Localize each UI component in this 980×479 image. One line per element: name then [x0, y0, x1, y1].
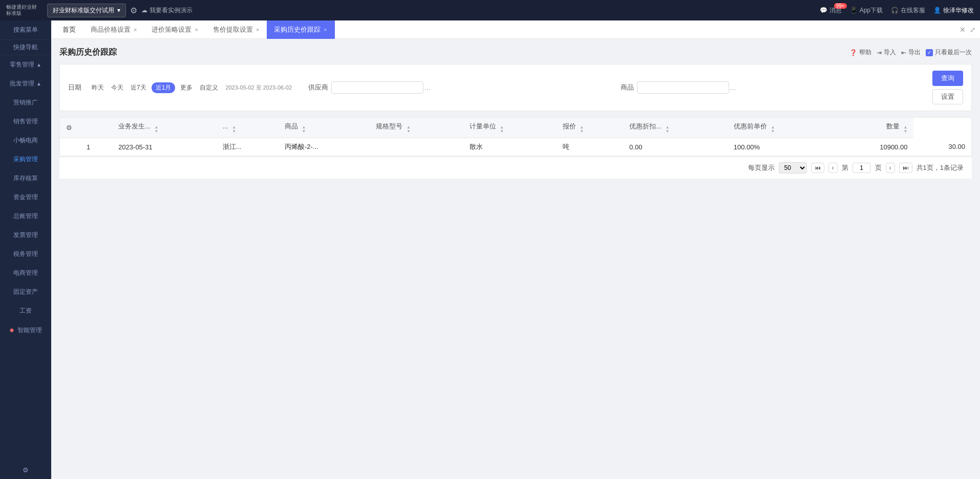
sidebar: 搜索菜单 快捷导航 零售管理 ▲ 批发管理 ▲ 营销推广 销售管理 小畅电商 采…: [0, 20, 51, 479]
next-page-button[interactable]: ›: [886, 163, 895, 173]
sidebar-item-retail[interactable]: 零售管理 ▲: [0, 55, 51, 74]
page-number-input[interactable]: [853, 163, 871, 173]
last-page-button[interactable]: ⏭: [899, 163, 912, 173]
sidebar-item-salary[interactable]: 工资: [0, 301, 51, 320]
table-header-row: ⚙ 业务发生... ▲▼ ... ▲▼: [60, 118, 971, 138]
prev-page-button[interactable]: ‹: [828, 163, 838, 173]
col-goods[interactable]: 商品 ▲▼: [279, 118, 370, 138]
sidebar-item-inventory[interactable]: 库存核算: [0, 169, 51, 188]
sidebar-item-intelligent[interactable]: ● 智能管理: [0, 320, 51, 340]
app-logo: 畅捷通好业财 标准版: [6, 4, 37, 16]
version-selector[interactable]: 好业财标准版交付试用 ▾: [47, 4, 126, 17]
tab-close-all-icon[interactable]: ✕: [960, 26, 966, 34]
chevron-down-icon: ▾: [117, 7, 120, 14]
sidebar-item-ecommerce[interactable]: 电商管理: [0, 264, 51, 282]
supplier-label: 供应商: [308, 83, 328, 92]
sidebar-item-ledger[interactable]: 总账管理: [0, 207, 51, 226]
sort-icon: ▲▼: [302, 125, 306, 134]
tab-home[interactable]: 首页: [55, 20, 83, 39]
date-option-7days[interactable]: 近7天: [129, 82, 148, 93]
filter-area: 日期 昨天 今天 近7天 近1月 更多 自定义 2023-05-02 至 202…: [59, 64, 972, 111]
sidebar-item-label: 发票管理: [13, 231, 38, 239]
cell-discount: 100.00%: [728, 138, 834, 156]
cell-unit: 散水: [463, 138, 557, 156]
per-page-select[interactable]: 50 100 200: [779, 162, 807, 173]
sidebar-item-ecommerce-small[interactable]: 小畅电商: [0, 131, 51, 150]
only-last-checkbox-group[interactable]: ✓ 只看最后一次: [926, 48, 972, 57]
sidebar-item-fixed-assets[interactable]: 固定资产: [0, 282, 51, 301]
first-page-button[interactable]: ⏮: [811, 163, 824, 173]
goods-input[interactable]: [637, 81, 729, 94]
goods-filter-group: 商品 ...: [621, 81, 924, 94]
date-option-custom[interactable]: 自定义: [198, 82, 220, 93]
sidebar-item-label: 总账管理: [13, 212, 38, 221]
sidebar-item-finance[interactable]: 资金管理: [0, 188, 51, 207]
col-price[interactable]: 报价 ▲▼: [557, 118, 623, 138]
tab-price-settings[interactable]: 商品价格设置 ×: [83, 20, 144, 39]
col-spec[interactable]: 规格型号 ▲▼: [370, 118, 463, 138]
sidebar-search[interactable]: 搜索菜单: [0, 20, 51, 40]
tab-close-icon[interactable]: ×: [324, 27, 327, 33]
sidebar-item-wholesale[interactable]: 批发管理 ▲: [0, 74, 51, 93]
cell-quote: 0.00: [623, 138, 728, 156]
demo-button[interactable]: ☁ 我要看实例演示: [141, 6, 193, 15]
import-button[interactable]: ⇥ 导入: [877, 48, 896, 57]
query-button[interactable]: 查询: [932, 71, 963, 86]
sidebar-item-label: 电商管理: [13, 269, 38, 277]
col-no: [80, 118, 112, 138]
tab-close-icon[interactable]: ×: [256, 27, 259, 33]
sidebar-item-sales[interactable]: 销售管理: [0, 112, 51, 131]
tab-purchase-history[interactable]: 采购历史价跟踪 ×: [267, 20, 334, 39]
sidebar-item-label: 税务管理: [13, 250, 38, 258]
date-filter-label: 日期: [68, 83, 81, 92]
date-option-1month[interactable]: 近1月: [152, 82, 176, 93]
date-option-today[interactable]: 今天: [109, 82, 125, 93]
sidebar-item-label: 库存核算: [13, 174, 38, 183]
tab-close-icon[interactable]: ×: [195, 27, 198, 33]
table-container: ⚙ 业务发生... ▲▼ ... ▲▼: [59, 117, 972, 157]
sidebar-item-invoice[interactable]: 发票管理: [0, 226, 51, 245]
app-download-button[interactable]: 📱 App下载: [850, 6, 883, 15]
sidebar-item-purchase[interactable]: 采购管理: [0, 150, 51, 169]
tab-label: 采购历史价跟踪: [274, 25, 321, 34]
help-button[interactable]: ❓ 帮助: [849, 48, 871, 57]
settings-button[interactable]: 设置: [932, 89, 963, 104]
main-layout: 搜索菜单 快捷导航 零售管理 ▲ 批发管理 ▲ 营销推广 销售管理 小畅电商 采…: [0, 20, 980, 479]
pagination: 每页显示 50 100 200 ⏮ ‹ 第 页 › ⏭ 共1页，1条记录: [59, 157, 972, 179]
date-option-yesterday[interactable]: 昨天: [90, 82, 106, 93]
tab-expand-icon[interactable]: ⤢: [970, 26, 976, 34]
sort-icon: ▲▼: [232, 125, 236, 134]
sidebar-quick-nav[interactable]: 快捷导航: [0, 40, 51, 55]
export-button[interactable]: ⇤ 导出: [901, 48, 921, 57]
sidebar-settings-icon[interactable]: ⚙: [0, 461, 51, 479]
topbar-settings-icon[interactable]: ⚙: [130, 6, 137, 15]
sidebar-item-label: 固定资产: [13, 288, 38, 296]
sidebar-item-label: 智能管理: [17, 326, 42, 335]
only-last-checkbox[interactable]: ✓: [926, 49, 933, 56]
col-unit[interactable]: 计量单位 ▲▼: [463, 118, 557, 138]
date-option-more[interactable]: 更多: [178, 82, 195, 93]
sidebar-item-marketing[interactable]: 营销推广: [0, 93, 51, 112]
cell-more: 浙江...: [217, 138, 279, 156]
col-more[interactable]: ... ▲▼: [217, 118, 279, 138]
sidebar-item-label: 小畅电商: [13, 136, 38, 145]
message-button[interactable]: 💬 消息 99+: [820, 6, 842, 15]
user-menu[interactable]: 👤 徐泽华修改: [933, 6, 974, 15]
col-pre-discount-price[interactable]: 优惠前单价 ▲▼: [728, 118, 834, 138]
expand-icon: ▲: [36, 81, 41, 86]
tab-close-icon[interactable]: ×: [134, 27, 137, 33]
content-area: 首页 商品价格设置 × 进价策略设置 × 售价提取设置 × 采购历史价跟踪 × …: [51, 20, 980, 479]
col-biz-date[interactable]: 业务发生... ▲▼: [112, 118, 217, 138]
col-quantity[interactable]: 数量 ▲▼: [834, 118, 914, 138]
col-discount[interactable]: 优惠折扣... ▲▼: [623, 118, 728, 138]
cell-settings: [60, 138, 80, 156]
online-service-button[interactable]: 🎧 在线客服: [891, 6, 925, 15]
user-icon: 👤: [933, 7, 941, 14]
sidebar-item-tax[interactable]: 税务管理: [0, 245, 51, 264]
tab-purchase-strategy[interactable]: 进价策略设置 ×: [144, 20, 205, 39]
supplier-more-icon[interactable]: ...: [424, 83, 431, 92]
supplier-input[interactable]: [331, 81, 423, 94]
goods-more-icon[interactable]: ...: [730, 83, 736, 92]
tab-sale-price[interactable]: 售价提取设置 ×: [206, 20, 267, 39]
table-settings-icon[interactable]: ⚙: [66, 124, 72, 132]
